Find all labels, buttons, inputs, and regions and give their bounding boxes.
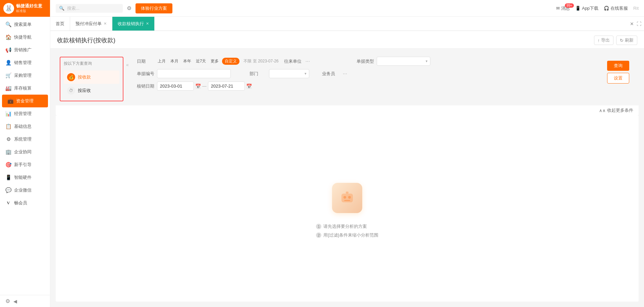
operation-icon: 📊 bbox=[5, 111, 11, 117]
sidebar-nav: 🔍 搜索菜单 🏠 快捷导航 📢 营销推广 👤 销售管理 🛒 采购管理 🏭 库存核… bbox=[0, 17, 50, 295]
sidebar-item-member[interactable]: V 畅会员 bbox=[0, 197, 50, 209]
query-button[interactable]: 查询 bbox=[607, 61, 629, 71]
sidebar-item-wechat[interactable]: 💬 企业微信 bbox=[0, 184, 50, 197]
sidebar-item-hardware[interactable]: 📱 智能硬件 bbox=[0, 171, 50, 184]
app-label: App下载 bbox=[582, 5, 598, 11]
content-area: 收款核销执行(按收款) ↑ 导出 ↻ 刷新 按以下方案查询 💰 按收款 bbox=[50, 31, 644, 307]
empty-tips: 1 请先选择要分析的方案 2 用[过滤]条件来缩小分析范围 bbox=[316, 222, 378, 240]
home-icon: 🏠 bbox=[5, 34, 11, 40]
sidebar-item-label: 基础信息 bbox=[14, 123, 32, 130]
sidebar-item-enterprise[interactable]: 🏢 企业协同 bbox=[0, 146, 50, 158]
verify-date-from-input[interactable] bbox=[157, 82, 194, 91]
close-tab-icon[interactable]: ✕ bbox=[630, 21, 634, 27]
settings-icon[interactable]: ⚙ bbox=[5, 298, 10, 304]
collapse-more-label: 收起更多条件 bbox=[607, 107, 633, 113]
svg-rect-3 bbox=[344, 200, 350, 201]
header-search-area[interactable]: 🔍 搜索... bbox=[56, 4, 123, 13]
calendar-icon[interactable]: 📅 bbox=[195, 84, 201, 89]
sidebar-item-label: 经营管理 bbox=[14, 111, 32, 117]
filter-option-by-receivable[interactable]: ⏱ 按应收 bbox=[64, 84, 119, 97]
sidebar-item-basic[interactable]: 📋 基础信息 bbox=[0, 120, 50, 133]
filter-option-by-receipt[interactable]: 💰 按收款 bbox=[64, 70, 119, 84]
inventory-icon: 🏭 bbox=[5, 85, 11, 91]
sidebar-item-marketing[interactable]: 📢 营销推广 bbox=[0, 44, 50, 56]
tab-receipt-label: 收款核销执行 bbox=[118, 21, 144, 27]
sidebar-item-operation[interactable]: 📊 经营管理 bbox=[0, 107, 50, 120]
sidebar-item-search[interactable]: 🔍 搜索菜单 bbox=[0, 18, 50, 31]
dept-select-wrap bbox=[269, 69, 309, 78]
sidebar-item-label: 企业协同 bbox=[14, 149, 32, 155]
filter-row-3: 核销日期 📅 — 📅 bbox=[137, 82, 602, 91]
collapse-filter-button[interactable]: « bbox=[123, 59, 131, 70]
sidebar-item-purchase[interactable]: 🛒 采购管理 bbox=[0, 69, 50, 82]
dept-field: 部门 bbox=[250, 69, 317, 78]
dept-select[interactable] bbox=[269, 69, 309, 78]
gear-icon[interactable]: ⚙ bbox=[127, 5, 131, 11]
tab-receipt[interactable]: 收款核销执行 ✕ bbox=[112, 17, 155, 31]
sidebar-item-guide[interactable]: 🎯 新手引导 bbox=[0, 158, 50, 171]
setting-button[interactable]: 设置 bbox=[607, 73, 629, 84]
sidebar-item-label: 智能硬件 bbox=[14, 174, 32, 181]
empty-tip-2: 2 用[过滤]条件来缩小分析范围 bbox=[316, 231, 378, 240]
sidebar-item-nav[interactable]: 🏠 快捷导航 bbox=[0, 31, 50, 44]
collapse-more-button[interactable]: ∧∧ 收起更多条件 bbox=[56, 105, 639, 115]
export-label: 导出 bbox=[601, 37, 610, 43]
date-range-display: 不限 至 2023-07-26 bbox=[244, 58, 278, 64]
sidebar-item-finance[interactable]: 💼 资金管理 bbox=[2, 95, 48, 107]
bill-type-select[interactable] bbox=[377, 57, 430, 66]
app-download-button[interactable]: 📱 App下载 bbox=[575, 5, 598, 11]
filter-sidebar-title: 按以下方案查询 bbox=[64, 61, 119, 68]
sidebar-item-inventory[interactable]: 🏭 库存核算 bbox=[0, 82, 50, 95]
empty-robot-icon bbox=[339, 190, 356, 206]
svg-rect-0 bbox=[341, 194, 353, 202]
enterprise-icon: 🏢 bbox=[5, 149, 11, 155]
tip1-label: 请先选择要分析的方案 bbox=[323, 222, 367, 231]
close-icon[interactable]: ✕ bbox=[146, 21, 149, 26]
refresh-button[interactable]: ↻ 刷新 bbox=[616, 36, 637, 45]
sidebar-item-label: 快捷导航 bbox=[14, 34, 32, 40]
verify-date-to-input[interactable] bbox=[208, 82, 245, 91]
tab-home[interactable]: 首页 bbox=[50, 17, 70, 31]
bill-no-label: 单据编号 bbox=[137, 71, 154, 77]
bill-no-input[interactable] bbox=[157, 69, 231, 78]
plan-button[interactable]: 体验行业方案 bbox=[136, 3, 172, 13]
verify-date-field: 核销日期 📅 — 📅 bbox=[137, 82, 252, 91]
close-icon[interactable]: ✕ bbox=[104, 21, 107, 26]
dept-label: 部门 bbox=[250, 71, 266, 77]
date-btn-this-month[interactable]: 本月 bbox=[169, 58, 180, 65]
sidebar-item-label: 搜索菜单 bbox=[14, 21, 32, 28]
date-btn-7days[interactable]: 近7天 bbox=[195, 58, 208, 65]
date-field: 日期 上月 本月 本年 近7天 更多 自定义 不限 至 2023-07-26 bbox=[137, 58, 279, 65]
date-options: 上月 本月 本年 近7天 更多 自定义 不限 至 2023-07-26 bbox=[156, 58, 279, 65]
sidebar-item-label: 系统管理 bbox=[14, 136, 32, 142]
export-button[interactable]: ↑ 导出 bbox=[594, 36, 614, 45]
receivable-icon: ⏱ bbox=[67, 87, 75, 95]
staff-dots[interactable]: ··· bbox=[341, 71, 348, 77]
service-button[interactable]: 🎧 在线客服 bbox=[604, 5, 628, 11]
date-btn-more[interactable]: 更多 bbox=[209, 58, 220, 65]
calendar-icon-2[interactable]: 📅 bbox=[246, 84, 252, 89]
bill-type-field: 单据类型 bbox=[357, 57, 430, 66]
partner-dots[interactable]: ··· bbox=[304, 58, 311, 64]
message-button[interactable]: ✉ 消息 99+ bbox=[556, 5, 570, 11]
date-btn-this-year[interactable]: 本年 bbox=[182, 58, 193, 65]
date-btn-custom[interactable]: 自定义 bbox=[222, 58, 239, 65]
sidebar-bottom: ⚙ ◀ bbox=[0, 295, 50, 307]
service-icon: 🎧 bbox=[604, 6, 609, 11]
sidebar-item-system[interactable]: ⚙ 系统管理 bbox=[0, 133, 50, 146]
expand-icon[interactable]: ⛶ bbox=[637, 21, 641, 27]
member-icon: V bbox=[5, 200, 11, 206]
date-btn-last-month[interactable]: 上月 bbox=[156, 58, 167, 65]
sidebar-item-sales[interactable]: 👤 销售管理 bbox=[0, 56, 50, 69]
page-title: 收款核销执行(按收款) bbox=[57, 36, 115, 44]
purchase-icon: 🛒 bbox=[5, 72, 11, 79]
collapse-sidebar-icon[interactable]: ◀ bbox=[13, 299, 17, 304]
filter-right-actions: 查询 设置 bbox=[607, 57, 633, 88]
tab-prepay[interactable]: 预付冲应付单 ✕ bbox=[70, 17, 112, 31]
top-header: 🔍 搜索... ⚙ 体验行业方案 ✉ 消息 99+ 📱 App下载 🎧 在线客服… bbox=[50, 0, 644, 17]
search-icon: 🔍 bbox=[59, 6, 64, 11]
basic-icon: 📋 bbox=[5, 123, 11, 130]
header-actions: ✉ 消息 99+ 📱 App下载 🎧 在线客服 Rit bbox=[556, 5, 639, 11]
svg-rect-4 bbox=[346, 192, 348, 194]
filter-form: 日期 上月 本月 本年 近7天 更多 自定义 不限 至 2023-07-26 bbox=[131, 53, 639, 105]
